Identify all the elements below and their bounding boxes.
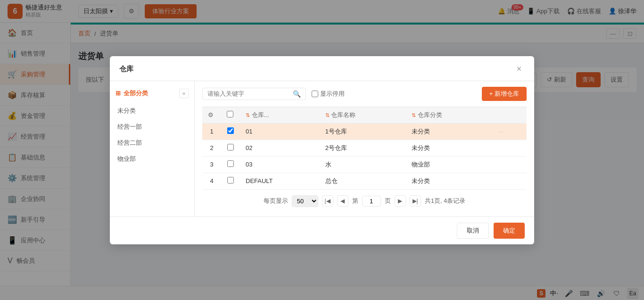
category-item-dept2[interactable]: 经营二部: [110, 135, 194, 151]
modal-header: 仓库 ×: [110, 56, 534, 81]
modal-main: 🔍 显示停用 + 新增仓库 ⚙: [195, 81, 534, 217]
sort-icon-cat: ⇅: [412, 112, 416, 118]
row-number: 2: [202, 140, 221, 156]
pagination: 每页显示 50 20 100 |◀ ◀ 第 页 ▶ ▶| 共1页, 4条记录: [202, 190, 527, 211]
row-more[interactable]: [493, 156, 527, 173]
row-checkbox[interactable]: [227, 160, 234, 167]
all-categories-button[interactable]: ⊞ 全部分类: [116, 89, 148, 98]
row-code: 03: [240, 156, 320, 173]
modal-title: 仓库: [119, 65, 133, 74]
row-code: 01: [240, 123, 320, 140]
col-header-settings[interactable]: ⚙: [202, 107, 221, 123]
row-checkbox-cell[interactable]: [221, 123, 240, 140]
row-code: 02: [240, 140, 320, 156]
category-item-dept1[interactable]: 经营一部: [110, 119, 194, 135]
per-page-select[interactable]: 50 20 100: [292, 195, 318, 207]
col-header-name[interactable]: ⇅ 仓库名称: [320, 107, 406, 123]
category-header: ⊞ 全部分类 «: [110, 86, 194, 103]
prev-page-button[interactable]: ◀: [337, 195, 348, 207]
modal-body: ⊞ 全部分类 « 未分类 经营一部 经营二部 物业部: [110, 81, 534, 217]
modal-footer: 取消 确定: [110, 217, 534, 244]
next-page-button[interactable]: ▶: [395, 195, 406, 207]
add-warehouse-button[interactable]: + 新增仓库: [482, 87, 527, 101]
category-sidebar: ⊞ 全部分类 « 未分类 经营一部 经营二部 物业部: [110, 81, 195, 217]
search-box: 🔍: [202, 88, 306, 100]
search-input[interactable]: [207, 90, 293, 97]
sort-icon-code: ⇅: [246, 112, 250, 118]
row-number: 1: [202, 123, 221, 140]
sort-icon-name: ⇅: [325, 112, 330, 118]
warehouse-table-wrapper: ⚙ ⇅ 仓库... ⇅: [202, 107, 527, 190]
row-checkbox-cell[interactable]: [221, 140, 240, 156]
select-all-checkbox[interactable]: [227, 111, 233, 117]
table-row[interactable]: 1 01 1号仓库 未分类 ···: [202, 123, 527, 140]
row-checkbox-cell[interactable]: [221, 173, 240, 189]
search-icon: 🔍: [293, 90, 301, 98]
cancel-button[interactable]: 取消: [457, 223, 489, 239]
row-category: 未分类: [406, 140, 492, 156]
row-name: 2号仓库: [320, 140, 406, 156]
first-page-button[interactable]: |◀: [322, 195, 333, 207]
row-code: DEFAULT: [240, 173, 320, 189]
page-number-input[interactable]: [362, 196, 381, 207]
row-more[interactable]: [493, 140, 527, 156]
last-page-button[interactable]: ▶|: [410, 195, 421, 207]
row-category: 未分类: [406, 123, 492, 140]
warehouse-modal: 仓库 × ⊞ 全部分类 « 未分类 经营一部: [110, 56, 534, 244]
col-header-check[interactable]: [221, 107, 240, 123]
row-name: 水: [320, 156, 406, 173]
category-item-uncat[interactable]: 未分类: [110, 103, 194, 119]
col-header-category[interactable]: ⇅ 仓库分类: [406, 107, 492, 123]
row-name: 总仓: [320, 173, 406, 189]
warehouse-table: ⚙ ⇅ 仓库... ⇅: [202, 107, 527, 190]
category-item-property[interactable]: 物业部: [110, 151, 194, 167]
row-more[interactable]: [493, 173, 527, 189]
table-row[interactable]: 2 02 2号仓库 未分类: [202, 140, 527, 156]
modal-overlay: 仓库 × ⊞ 全部分类 « 未分类 经营一部: [0, 0, 644, 300]
row-number: 4: [202, 173, 221, 189]
modal-toolbar: 🔍 显示停用 + 新增仓库: [202, 87, 527, 101]
show-disabled-container: 显示停用: [312, 90, 345, 98]
row-checkbox-cell[interactable]: [221, 156, 240, 173]
row-number: 3: [202, 156, 221, 173]
row-checkbox[interactable]: [227, 144, 234, 150]
table-row[interactable]: 3 03 水 物业部: [202, 156, 527, 173]
row-category: 物业部: [406, 156, 492, 173]
more-icon[interactable]: ···: [498, 128, 504, 135]
show-disabled-checkbox[interactable]: [312, 91, 318, 97]
confirm-button[interactable]: 确定: [494, 223, 525, 239]
row-checkbox[interactable]: [227, 127, 234, 134]
collapse-button[interactable]: «: [179, 89, 189, 98]
row-more[interactable]: ···: [493, 123, 527, 140]
col-header-actions: [493, 107, 527, 123]
row-name: 1号仓库: [320, 123, 406, 140]
grid-icon: ⊞: [116, 90, 121, 97]
col-header-code[interactable]: ⇅ 仓库...: [240, 107, 320, 123]
table-row[interactable]: 4 DEFAULT 总仓 未分类: [202, 173, 527, 189]
row-category: 未分类: [406, 173, 492, 189]
modal-close-button[interactable]: ×: [513, 64, 525, 75]
row-checkbox[interactable]: [227, 177, 234, 183]
